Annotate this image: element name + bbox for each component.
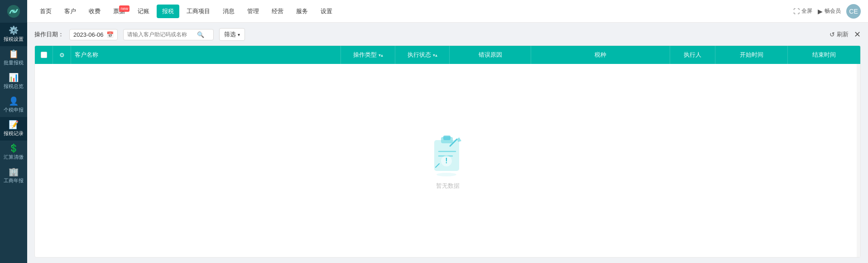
sidebar-item-baoshui-jilu[interactable]: 📝 报税记录	[0, 117, 27, 141]
sidebar-item-huisuan-jiaona[interactable]: 💲 汇算清缴	[0, 141, 27, 164]
nav-item-shoufei[interactable]: 收费	[83, 5, 106, 18]
sidebar: ⚙️ 报税设置 📋 批量报税 📊 报税总览 👤 个税申报 📝 报税记录 💲 汇算…	[0, 0, 27, 263]
filter-chevron-icon: ▾	[238, 32, 240, 37]
empty-illustration: !	[427, 131, 468, 176]
filter-label: 筛选	[224, 30, 236, 39]
refresh-icon: ↺	[830, 31, 835, 38]
filter-button[interactable]: 筛选 ▾	[219, 28, 245, 41]
th-executor: 执行人	[670, 46, 715, 64]
nav-item-gongshang-xiangmu[interactable]: 工商项目	[181, 5, 216, 18]
sort-icon: ▾▴	[379, 53, 383, 58]
nav-item-jingying[interactable]: 经营	[266, 5, 289, 18]
th-name: 客户名称	[71, 46, 341, 64]
nav-item-kehu[interactable]: 客户	[59, 5, 82, 18]
svg-rect-4	[443, 136, 451, 140]
th-tax-type: 税种	[531, 46, 670, 64]
member-button[interactable]: ▶ 畅会员	[818, 7, 841, 15]
nav-item-jizhi[interactable]: 记账	[132, 5, 155, 18]
nav-item-guanli[interactable]: 管理	[242, 5, 264, 18]
fullscreen-icon: ⛶	[793, 8, 800, 15]
nav-badge-new: new	[119, 5, 129, 12]
main-area: 首页 客户 收费 票据 new 记账 报税 工商项目 消息	[27, 0, 868, 263]
th-op-type[interactable]: 操作类型 ▾▴	[341, 46, 395, 64]
sidebar-item-label: 汇算清缴	[4, 154, 24, 161]
member-label: 畅会员	[825, 7, 841, 15]
refresh-label: 刷新	[837, 30, 849, 39]
nav-item-shouye[interactable]: 首页	[34, 5, 57, 18]
nav-item-fuwu[interactable]: 服务	[291, 5, 313, 18]
refresh-button[interactable]: ↺ 刷新	[830, 30, 849, 39]
th-status[interactable]: 执行状态 ▾▴	[395, 46, 450, 64]
select-all-checkbox[interactable]	[41, 52, 47, 58]
nav-item-baoshui[interactable]: 报税	[157, 5, 179, 18]
empty-state: ! 暂无数据	[427, 131, 468, 190]
baoshui-zonlan-icon: 📊	[9, 73, 19, 82]
empty-text: 暂无数据	[436, 182, 460, 190]
sidebar-item-geshui-shenbao[interactable]: 👤 个税申报	[0, 93, 27, 117]
sidebar-logo	[0, 0, 27, 23]
nav-item-shezhi[interactable]: 设置	[315, 5, 338, 18]
svg-point-11	[436, 173, 456, 176]
fullscreen-button[interactable]: ⛶ 全屏	[793, 7, 812, 15]
sort-icon: ▾▴	[433, 53, 437, 58]
search-icon: 🔍	[197, 31, 204, 38]
table-body: ! 暂无数据	[35, 64, 860, 257]
sidebar-item-baoshui-zonlan[interactable]: 📊 报税总览	[0, 70, 27, 93]
date-picker[interactable]: 2023-06-06 📅	[69, 29, 118, 40]
scroll-track[interactable]	[857, 64, 860, 257]
th-error-reason: 错误原因	[450, 46, 531, 64]
content: 操作日期： 2023-06-06 📅 🔍 筛选 ▾ ↺ 刷新 ✕	[27, 23, 868, 263]
toolbar: 操作日期： 2023-06-06 📅 🔍 筛选 ▾ ↺ 刷新 ✕	[34, 28, 861, 41]
member-icon: ▶	[818, 8, 823, 15]
table-container: ⚙ 客户名称 操作类型 ▾▴ 执行状态 ▾▴ 错误原因 税种	[34, 45, 861, 258]
th-checkbox[interactable]	[35, 46, 53, 64]
piliang-baoshui-icon: 📋	[9, 50, 19, 58]
top-nav: 首页 客户 收费 票据 new 记账 报税 工商项目 消息	[27, 0, 868, 23]
sidebar-item-label: 报税记录	[4, 130, 24, 137]
user-avatar[interactable]: CE	[846, 4, 861, 19]
gongshang-nianbao-icon: 🏢	[9, 168, 19, 176]
date-value: 2023-06-06	[73, 31, 104, 38]
search-box[interactable]: 🔍	[123, 29, 214, 40]
th-gear[interactable]: ⚙	[53, 46, 71, 64]
th-end-time: 结束时间	[788, 46, 860, 64]
table-header: ⚙ 客户名称 操作类型 ▾▴ 执行状态 ▾▴ 错误原因 税种	[35, 46, 860, 64]
huisuan-jiaona-icon: 💲	[9, 144, 19, 152]
nav-item-piaoju[interactable]: 票据 new	[108, 5, 130, 18]
baoshui-shezhi-icon: ⚙️	[9, 26, 19, 34]
sidebar-item-label: 批量报税	[4, 59, 24, 66]
nav-right: ⛶ 全屏 ▶ 畅会员 CE	[793, 4, 861, 19]
nav-item-xiaoxi[interactable]: 消息	[217, 5, 240, 18]
sidebar-item-piliang-baoshui[interactable]: 📋 批量报税	[0, 46, 27, 70]
user-avatar-text: CE	[849, 8, 858, 15]
baoshui-jilu-icon: 📝	[9, 121, 19, 129]
sidebar-item-label: 工商年报	[4, 177, 24, 184]
fullscreen-label: 全屏	[801, 7, 812, 15]
toolbar-right: ↺ 刷新 ✕	[830, 30, 861, 39]
geshui-shenbao-icon: 👤	[9, 97, 19, 105]
sidebar-item-label: 报税设置	[4, 36, 24, 43]
search-input[interactable]	[127, 31, 195, 38]
nav-items: 首页 客户 收费 票据 new 记账 报税 工商项目 消息	[34, 5, 793, 18]
svg-text:!: !	[445, 157, 447, 165]
calendar-icon: 📅	[106, 31, 114, 38]
close-button[interactable]: ✕	[854, 30, 861, 39]
sidebar-item-gongshang-nianbao[interactable]: 🏢 工商年报	[0, 164, 27, 188]
svg-point-1	[12, 10, 15, 13]
sidebar-item-baoshui-shezhi[interactable]: ⚙️ 报税设置	[0, 23, 27, 46]
gear-icon: ⚙	[59, 52, 65, 58]
sidebar-item-label: 个税申报	[4, 107, 24, 113]
date-label: 操作日期：	[34, 30, 64, 39]
sidebar-item-label: 报税总览	[4, 83, 24, 90]
th-start-time: 开始时间	[715, 46, 788, 64]
